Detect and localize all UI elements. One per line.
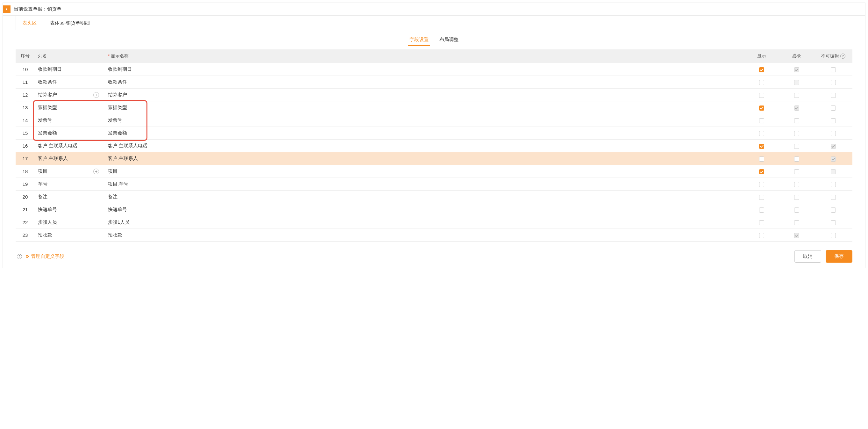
cell-display-name[interactable]: 客户.主联系人 <box>105 152 744 165</box>
tab-1[interactable]: 表体区-销货单明细 <box>43 16 96 30</box>
cancel-button[interactable]: 取消 <box>795 250 821 263</box>
cell-not-editable <box>814 203 852 216</box>
checkbox-required[interactable] <box>794 169 799 174</box>
expand-button[interactable] <box>3 5 10 13</box>
cell-display-name[interactable]: 票据类型 <box>105 102 744 114</box>
checkbox-not-editable[interactable] <box>831 220 836 225</box>
sub-tab-0[interactable]: 字段设置 <box>408 34 430 46</box>
cell-not-editable <box>814 76 852 89</box>
table-row[interactable]: 18项目+项目 <box>16 165 852 178</box>
cell-required <box>779 165 814 178</box>
cell-display-name[interactable]: 发票金额 <box>105 127 744 140</box>
checkbox-not-editable[interactable] <box>831 106 836 111</box>
cell-name: 票据类型 <box>35 102 105 114</box>
cell-index: 18 <box>16 165 35 178</box>
table-row[interactable]: 20备注备注 <box>16 191 852 203</box>
checkbox-show[interactable] <box>759 118 764 123</box>
checkbox-show[interactable] <box>759 156 764 162</box>
cell-display-name[interactable]: 预收款 <box>105 229 744 241</box>
checkbox-show[interactable] <box>759 169 764 174</box>
table-row[interactable]: 12结算客户+结算客户 <box>16 89 852 102</box>
checkbox-show[interactable] <box>759 233 764 238</box>
table-row[interactable]: 19车号项目.车号 <box>16 178 852 191</box>
cell-display-name[interactable]: 客户.主联系人电话 <box>105 140 744 152</box>
checkbox-not-editable[interactable] <box>831 233 836 238</box>
checkbox-show[interactable] <box>759 195 764 200</box>
table-row[interactable]: 14发票号发票号 <box>16 114 852 127</box>
title-prefix: 当前设置单据： <box>14 6 47 11</box>
checkbox-show[interactable] <box>759 106 764 111</box>
cell-show <box>744 229 779 241</box>
footer-help-icon[interactable]: ? <box>17 254 22 259</box>
checkbox-not-editable[interactable] <box>831 93 836 98</box>
cell-index: 21 <box>16 203 35 216</box>
sub-tab-1[interactable]: 布局调整 <box>438 34 460 46</box>
cell-show <box>744 89 779 102</box>
cell-display-name[interactable]: 收款到期日 <box>105 63 744 76</box>
checkbox-required[interactable] <box>794 156 799 162</box>
checkbox-not-editable[interactable] <box>831 182 836 187</box>
checkbox-required <box>794 67 799 73</box>
cell-display-name[interactable]: 步骤1人员 <box>105 216 744 229</box>
th-show: 显示 <box>744 49 779 63</box>
checkbox-not-editable <box>831 144 836 149</box>
table-row[interactable]: 17客户.主联系人客户.主联系人 <box>16 152 852 165</box>
checkbox-required[interactable] <box>794 131 799 136</box>
cell-display-name[interactable]: 结算客户 <box>105 89 744 102</box>
cell-index: 11 <box>16 76 35 89</box>
footer: ? 管理自定义字段 取消 保存 <box>3 245 865 268</box>
cell-not-editable <box>814 191 852 203</box>
checkbox-required[interactable] <box>794 195 799 200</box>
checkbox-not-editable[interactable] <box>831 195 836 200</box>
checkbox-show[interactable] <box>759 67 764 73</box>
cell-show <box>744 114 779 127</box>
checkbox-show[interactable] <box>759 93 764 98</box>
plus-icon[interactable]: + <box>93 92 99 98</box>
checkbox-show[interactable] <box>759 80 764 85</box>
cell-not-editable <box>814 114 852 127</box>
table-row[interactable]: 15发票金额发票金额 <box>16 127 852 140</box>
checkbox-not-editable[interactable] <box>831 67 836 73</box>
checkbox-not-editable[interactable] <box>831 118 836 123</box>
checkbox-show[interactable] <box>759 207 764 212</box>
cell-display-name[interactable]: 发票号 <box>105 114 744 127</box>
cell-not-editable <box>814 152 852 165</box>
cell-not-editable <box>814 127 852 140</box>
table-row[interactable]: 22步骤人员步骤1人员 <box>16 216 852 229</box>
th-index: 序号 <box>16 49 35 63</box>
manage-custom-fields-link[interactable]: 管理自定义字段 <box>25 253 64 259</box>
checkbox-not-editable[interactable] <box>831 131 836 136</box>
plus-icon[interactable]: + <box>93 169 99 174</box>
tab-0[interactable]: 表头区 <box>16 16 43 30</box>
checkbox-required[interactable] <box>794 207 799 212</box>
cell-display-name[interactable]: 备注 <box>105 191 744 203</box>
cell-show <box>744 216 779 229</box>
table-row[interactable]: 11收款条件收款条件 <box>16 76 852 89</box>
checkbox-required[interactable] <box>794 144 799 149</box>
cell-display-name[interactable]: 项目 <box>105 165 744 178</box>
cell-display-name[interactable]: 项目.车号 <box>105 178 744 191</box>
table-row[interactable]: 13票据类型票据类型 <box>16 102 852 114</box>
checkbox-required[interactable] <box>794 220 799 225</box>
checkbox-not-editable[interactable] <box>831 207 836 212</box>
cell-display-name[interactable]: 快递单号 <box>105 203 744 216</box>
cell-required <box>779 178 814 191</box>
checkbox-required[interactable] <box>794 93 799 98</box>
table-row[interactable]: 23预收款预收款 <box>16 229 852 241</box>
checkbox-show[interactable] <box>759 144 764 149</box>
table-row[interactable]: 21快递单号快递单号 <box>16 203 852 216</box>
checkbox-not-editable[interactable] <box>831 80 836 85</box>
checkbox-required[interactable] <box>794 118 799 123</box>
cell-required <box>779 216 814 229</box>
cell-display-name[interactable]: 收款条件 <box>105 76 744 89</box>
checkbox-show[interactable] <box>759 131 764 136</box>
table-row[interactable]: 10收款到期日收款到期日 <box>16 63 852 76</box>
checkbox-show[interactable] <box>759 182 764 187</box>
checkbox-show[interactable] <box>759 220 764 225</box>
checkbox-required[interactable] <box>794 182 799 187</box>
help-icon[interactable]: ? <box>840 54 845 59</box>
gear-icon <box>25 254 30 259</box>
save-button[interactable]: 保存 <box>826 250 852 263</box>
table-row[interactable]: 16客户.主联系人电话客户.主联系人电话 <box>16 140 852 152</box>
required-star-icon: * <box>108 53 110 58</box>
